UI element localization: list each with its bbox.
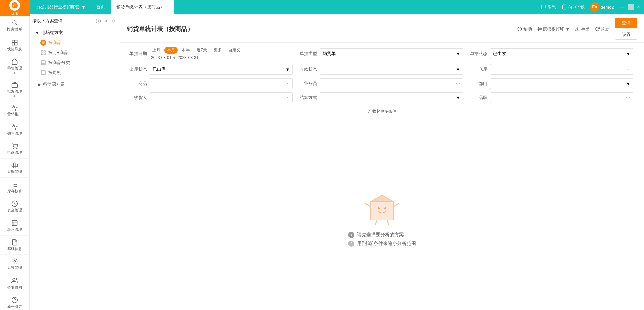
minimize-icon[interactable]: — — [620, 4, 625, 10]
filter-warehouse-field: 仓库 ··· — [467, 64, 637, 75]
sidebar-item-purchase[interactable]: 采购管理 — [0, 159, 29, 178]
tab-close-icon[interactable]: × — [166, 5, 169, 9]
collapse-panel-icon[interactable] — [112, 18, 117, 24]
svg-point-20 — [13, 278, 15, 280]
sidebar-item-system[interactable]: 系统管理 — [0, 255, 29, 274]
sidebar-item-guide[interactable]: 新手引导 — [0, 293, 29, 310]
bill-type-input[interactable]: 销货单 ▼ — [320, 48, 463, 59]
page-actions: 帮助 按模板打印 ▼ 导出 刷新 — [517, 18, 637, 40]
export-btn[interactable]: 导出 — [575, 26, 590, 32]
industry-dropdown[interactable]: 办公用品行业模拟账套 ▼ — [34, 3, 88, 11]
brand-input[interactable]: ··· — [490, 92, 633, 103]
out-status-value: 已出库 — [153, 66, 166, 72]
user-profile[interactable]: Ea demo2 — [590, 2, 614, 12]
svg-rect-18 — [12, 220, 17, 225]
scheme-settings-icon[interactable] — [104, 18, 109, 24]
collapse-bar[interactable]: ∧ 收起更多条件 — [127, 106, 637, 117]
filter-goods-field: 商品 ··· — [127, 78, 297, 89]
message-btn[interactable]: 消息 — [541, 4, 556, 10]
date-tab-more[interactable]: 更多 — [211, 47, 224, 54]
dept-input[interactable]: ▼ — [490, 78, 633, 89]
quick-nav-label: 快捷导航 — [7, 47, 22, 51]
scheme-item-by-driver[interactable]: 按司机 — [32, 68, 117, 78]
date-tab-last-month[interactable]: 上月 — [150, 47, 163, 54]
refresh-btn[interactable]: 刷新 — [595, 26, 610, 32]
scheme-item-by-month-goods[interactable]: 按月+商品 — [32, 48, 117, 58]
panel-header-icons — [96, 18, 117, 24]
maximize-icon[interactable]: ⬜ — [628, 4, 634, 10]
sidebar-item-wholesale[interactable]: 批发管理 ▲ — [0, 78, 29, 101]
pc-scheme-header[interactable]: ▼ 电脑端方案 — [32, 28, 117, 38]
svg-rect-43 — [539, 29, 541, 31]
bill-type-value: 销货单 — [323, 51, 336, 57]
scheme-icon-driver — [40, 70, 46, 76]
print-btn[interactable]: 按模板打印 ▼ — [537, 26, 570, 32]
add-scheme-btn[interactable] — [96, 18, 101, 24]
dept-chevron-icon: ▼ — [626, 81, 630, 86]
mobile-scheme-label: 移动端方案 — [43, 81, 65, 87]
scheme-item-by-goods[interactable]: 按 按商品 — [32, 38, 117, 48]
out-status-input[interactable]: 已出库 ▼ — [150, 64, 293, 75]
print-label: 按模板打印 — [543, 26, 565, 32]
receiver-input[interactable]: ··· — [150, 92, 293, 103]
sidebar-item-quick-nav[interactable]: 快捷导航 — [0, 36, 29, 55]
sidebar-item-sales[interactable]: 销售管理 — [0, 120, 29, 139]
tab-sales-stats[interactable]: 销货单统计表（按商品） × — [111, 0, 174, 14]
svg-rect-37 — [41, 61, 45, 65]
query-btn[interactable]: 查询 — [615, 18, 637, 28]
sidebar-item-retail[interactable]: 零售管理 ▲ — [0, 55, 29, 78]
mobile-scheme-header[interactable]: ▶ 移动端方案 — [32, 79, 117, 89]
sidebar-item-collab[interactable]: 企业协同 — [0, 274, 29, 293]
payment-input[interactable]: ▼ — [320, 92, 463, 103]
bill-status-value: 已生效 — [493, 51, 506, 57]
sidebar-item-operation[interactable]: 经营管理 — [0, 216, 29, 236]
bill-status-chevron-icon: ▼ — [626, 51, 630, 56]
svg-line-54 — [387, 220, 389, 224]
date-tab-7days[interactable]: 近7天 — [194, 47, 210, 54]
date-tab-this-month[interactable]: 本月 — [164, 47, 178, 54]
scheme-label-driver: 按司机 — [48, 70, 61, 76]
tab-bar: 首页 销货单统计表（按商品） × — [91, 0, 538, 14]
sidebar-item-inventory[interactable]: 库存核算 — [0, 178, 29, 197]
warehouse-input[interactable]: ··· — [490, 64, 633, 75]
sidebar-item-ecommerce[interactable]: 电商管理 — [0, 139, 29, 158]
clerk-label: 业务员 — [297, 81, 320, 87]
payment-label: 结算方式 — [297, 95, 320, 101]
goods-input[interactable]: ··· — [150, 78, 293, 89]
svg-point-49 — [378, 207, 380, 209]
sidebar-item-finance[interactable]: 资金管理 — [0, 197, 29, 216]
app-download-btn[interactable]: App下载 — [561, 4, 585, 10]
pc-scheme-group: ▼ 电脑端方案 按 按商品 按月+商品 — [32, 28, 117, 78]
finance-label: 资金管理 — [7, 208, 22, 212]
logo-icon: 好 — [9, 0, 20, 11]
svg-rect-5 — [15, 40, 17, 43]
bill-status-label: 单据状态 — [467, 51, 490, 57]
scheme-label-goods: 按商品 — [48, 40, 61, 46]
window-close-icon[interactable]: × — [637, 4, 640, 10]
bill-status-input[interactable]: 已生效 ▼ — [490, 48, 633, 59]
settings-btn[interactable]: 设置 — [615, 30, 637, 40]
receipt-status-input[interactable]: ▼ — [320, 64, 463, 75]
date-tab-this-year[interactable]: 本年 — [179, 47, 193, 54]
purchase-label: 采购管理 — [7, 169, 22, 174]
date-tab-custom[interactable]: 自定义 — [226, 47, 243, 54]
app-subtitle: 标版 — [11, 11, 18, 16]
right-panel: 销货单统计表（按商品） 帮助 按模板打印 ▼ 导出 — [120, 14, 644, 310]
filter-row-1: 单据日期 上月 本月 本年 近7天 更多 自定义 2023-03-01 至 20… — [127, 47, 637, 61]
tab-home[interactable]: 首页 — [91, 0, 110, 14]
svg-point-32 — [106, 20, 107, 22]
sidebar-item-basic[interactable]: 基础信息 — [0, 236, 29, 255]
clerk-input[interactable]: ··· — [320, 78, 463, 89]
guide-label: 新手引导 — [7, 304, 22, 309]
scheme-item-by-category[interactable]: 按商品分类 — [32, 58, 117, 68]
system-label: 系统管理 — [7, 265, 22, 270]
filter-receipt-status-field: 收款状态 ▼ — [297, 64, 467, 75]
app-logo: 好 标版 — [0, 0, 30, 16]
help-btn[interactable]: 帮助 — [517, 26, 532, 32]
sidebar-item-marketing[interactable]: 营销推广 — [0, 101, 29, 120]
search-menu-item[interactable]: 搜索菜单 — [0, 16, 29, 36]
svg-rect-8 — [12, 83, 17, 87]
home-tab-label: 首页 — [96, 4, 105, 10]
svg-rect-34 — [44, 51, 45, 52]
export-label: 导出 — [581, 26, 590, 32]
